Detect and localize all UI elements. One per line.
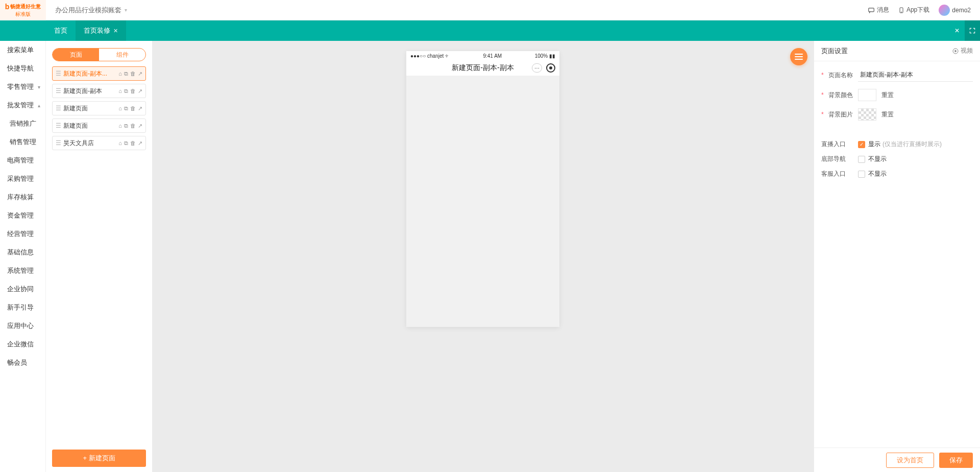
tab-home[interactable]: 首页: [46, 20, 76, 41]
tab-strip: 首页 首页装修 ✕ ✕: [0, 20, 980, 41]
app-download-link[interactable]: App下载: [898, 6, 929, 14]
brand-logo[interactable]: b畅捷通好生意 标准版: [0, 0, 46, 20]
svg-rect-0: [869, 8, 874, 11]
chevron-down-icon: ▾: [125, 7, 127, 13]
messages-link[interactable]: 消息: [868, 6, 889, 14]
company-dropdown[interactable]: 办公用品行业模拟账套 ▾: [55, 6, 127, 15]
top-actions: 消息 App下载 demo2: [868, 5, 980, 16]
tab-page-design[interactable]: 首页装修 ✕: [76, 20, 126, 41]
phone-icon: [898, 7, 904, 14]
fullscreen-icon: [969, 27, 976, 34]
close-all-tabs[interactable]: ✕: [949, 20, 965, 41]
close-icon[interactable]: ✕: [113, 28, 118, 34]
top-bar: b畅捷通好生意 标准版 办公用品行业模拟账套 ▾ 消息 App下载 demo2: [0, 0, 980, 20]
message-icon: [868, 7, 875, 14]
avatar: [939, 5, 950, 16]
fullscreen-toggle[interactable]: [965, 20, 980, 41]
user-menu[interactable]: demo2: [939, 5, 971, 16]
